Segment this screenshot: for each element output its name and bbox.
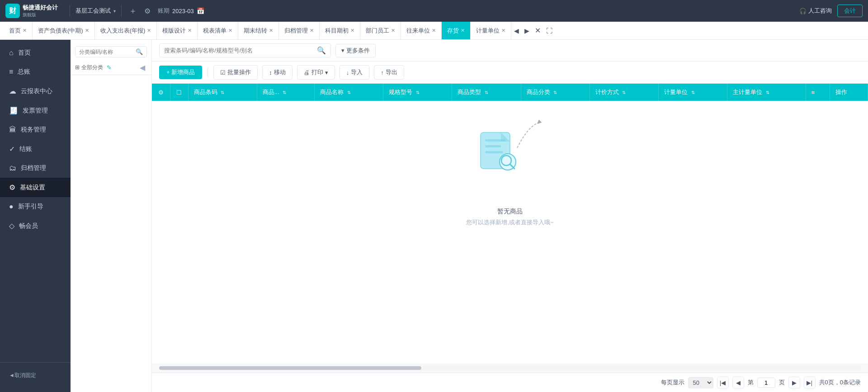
th-unit[interactable]: 计量单位 ⇅ xyxy=(658,84,727,101)
company-selector[interactable]: 基层工会测试 ▾ xyxy=(75,7,116,15)
move-button[interactable]: ↕ 移动 xyxy=(262,65,292,80)
th-settings[interactable]: ⚙ xyxy=(152,84,170,101)
batch-operation-button[interactable]: ☑ 批量操作 xyxy=(213,65,258,80)
th-more[interactable]: ≡ xyxy=(806,84,830,101)
close-tab-icon[interactable]: ✕ xyxy=(350,28,354,33)
filter-button[interactable]: ▾ 更多条件 xyxy=(335,44,376,57)
add-product-button[interactable]: + 新增商品 xyxy=(159,66,202,79)
edit-icon[interactable]: ✎ xyxy=(107,64,112,71)
product-search-input[interactable] xyxy=(164,47,314,54)
headset-icon: 🎧 xyxy=(799,8,807,14)
th-code[interactable]: 商品... ⇅ xyxy=(257,84,314,101)
tab-label: 归档管理 xyxy=(284,27,308,35)
sidebar-item-reports[interactable]: ☁ 云报表中心 xyxy=(0,81,71,101)
tab-income[interactable]: 收入支出表(年报) ✕ xyxy=(95,22,157,40)
sidebar-item-archive[interactable]: 🗂 归档管理 xyxy=(0,159,71,178)
service-button[interactable]: 🎧 人工咨询 xyxy=(799,7,832,15)
tab-clients[interactable]: 往来单位 ✕ xyxy=(401,22,442,40)
sidebar-item-label: 畅会员 xyxy=(19,222,38,230)
sort-icon: ⇅ xyxy=(485,90,488,95)
filter-icon: ▾ xyxy=(341,47,344,54)
th-name[interactable]: 商品名称 ⇅ xyxy=(314,84,383,101)
sort-icon: ⇅ xyxy=(766,90,769,95)
horizontal-scrollbar[interactable] xyxy=(159,365,861,371)
tab-dept-staff[interactable]: 部门员工 ✕ xyxy=(360,22,401,40)
sidebar-item-tax[interactable]: 🏛 税务管理 xyxy=(0,120,71,139)
th-spec[interactable]: 规格型号 ⇅ xyxy=(383,84,452,101)
all-categories-label[interactable]: 全部分类 xyxy=(81,64,103,71)
empty-subtitle: 您可以选择新增,或者直接导入哦~ xyxy=(466,218,553,227)
close-tab-icon[interactable]: ✕ xyxy=(310,28,314,33)
prev-page-button[interactable]: ◀ xyxy=(732,377,744,388)
tab-scroll-left-icon[interactable]: ◀ xyxy=(511,25,522,36)
tab-period-close[interactable]: 期末结转 ✕ xyxy=(238,22,279,40)
export-button[interactable]: ↑ 导出 xyxy=(374,65,404,80)
tab-subject-init[interactable]: 科目期初 ✕ xyxy=(320,22,360,40)
account-button[interactable]: 会计 xyxy=(837,5,863,17)
close-tab-icon[interactable]: ✕ xyxy=(269,28,273,33)
th-barcode[interactable]: 商品条码 ⇅ xyxy=(188,84,257,101)
th-checkbox[interactable]: ☐ xyxy=(170,84,188,101)
svg-rect-3 xyxy=(485,145,501,147)
tab-assets[interactable]: 资产负债表(中期) ✕ xyxy=(33,22,95,40)
product-table: ⚙ ☐ 商品条码 ⇅ 商品... ⇅ xyxy=(152,84,868,101)
pagination-bar: 每页显示 50 100 200 |◀ ◀ 第 页 ▶ ▶| 共0页，0条记录 xyxy=(152,373,868,392)
th-price-method[interactable]: 计价方式 ⇅ xyxy=(590,84,658,101)
next-page-button[interactable]: ▶ xyxy=(788,377,800,388)
print-button[interactable]: 🖨 打印 ▾ xyxy=(297,65,335,80)
tab-label: 资产负债表(中期) xyxy=(38,27,83,35)
main-panel: 🔍 ▾ 更多条件 + 新增商品 ☑ 批量操作 xyxy=(152,40,868,392)
close-tab-icon[interactable]: ✕ xyxy=(228,28,232,33)
th-category[interactable]: 商品分类 ⇅ xyxy=(521,84,590,101)
tab-archive[interactable]: 归档管理 ✕ xyxy=(279,22,320,40)
sidebar-item-close[interactable]: ✓ 结账 xyxy=(0,139,71,159)
page-number-input[interactable] xyxy=(757,378,775,388)
collapse-panel-button[interactable]: ◀ xyxy=(138,63,147,72)
scrollbar-thumb[interactable] xyxy=(159,366,421,370)
close-tab-icon[interactable]: ✕ xyxy=(432,28,436,33)
per-page-select[interactable]: 50 100 200 xyxy=(688,377,713,388)
sidebar-item-guide[interactable]: ● 新手引导 xyxy=(0,197,71,216)
tab-template[interactable]: 模版设计 ✕ xyxy=(157,22,198,40)
calendar-icon[interactable]: 📅 xyxy=(197,7,204,14)
sidebar-item-label: 税务管理 xyxy=(21,126,46,134)
first-page-button[interactable]: |◀ xyxy=(717,377,729,388)
tab-tax[interactable]: 税表清单 ✕ xyxy=(198,22,238,40)
close-all-tabs-icon[interactable]: ✕ xyxy=(532,24,543,37)
tab-home[interactable]: 首页 ✕ xyxy=(4,22,33,40)
guide-icon: ● xyxy=(9,203,14,211)
sidebar-item-member[interactable]: ◇ 畅会员 xyxy=(0,216,71,236)
sidebar-item-home[interactable]: ⌂ 首页 xyxy=(0,43,71,62)
th-action: 操作 xyxy=(830,84,868,101)
tab-inventory[interactable]: 存货 ✕ xyxy=(442,22,471,40)
expand-icon[interactable]: ⛶ xyxy=(543,25,555,36)
close-tab-icon[interactable]: ✕ xyxy=(461,28,465,33)
unpin-button[interactable]: ◄取消固定 xyxy=(0,368,71,383)
close-tab-icon[interactable]: ✕ xyxy=(391,28,395,33)
th-type[interactable]: 商品类型 ⇅ xyxy=(452,84,521,101)
print-label: 打印 xyxy=(311,68,323,76)
close-tab-icon[interactable]: ✕ xyxy=(23,28,27,33)
close-tab-icon[interactable]: ✕ xyxy=(147,28,151,33)
sort-icon: ⇅ xyxy=(283,90,286,95)
th-main-unit[interactable]: 主计量单位 ⇅ xyxy=(727,84,806,101)
move-icon: ↕ xyxy=(269,69,272,76)
sidebar-item-label: 云报表中心 xyxy=(21,87,52,95)
close-tab-icon[interactable]: ✕ xyxy=(85,28,89,33)
sidebar-item-invoice[interactable]: 🧾 发票管理 xyxy=(0,101,71,120)
last-page-button[interactable]: ▶| xyxy=(804,377,816,388)
tab-scroll-right-icon[interactable]: ▶ xyxy=(522,25,532,36)
settings-icon[interactable]: ⚙ xyxy=(142,5,152,17)
close-tab-icon[interactable]: ✕ xyxy=(501,28,505,33)
period-label: 账期 xyxy=(158,7,170,15)
import-button[interactable]: ↓ 导入 xyxy=(340,65,370,80)
search-icon[interactable]: 🔍 xyxy=(317,46,326,55)
search-icon[interactable]: 🔍 xyxy=(136,48,143,55)
sidebar-item-settings[interactable]: ⚙ 基础设置 xyxy=(0,178,71,197)
action-sep-1 xyxy=(208,68,208,77)
add-tab-button[interactable]: ＋ xyxy=(127,4,139,18)
tab-unit[interactable]: 计量单位 ✕ xyxy=(471,22,511,40)
close-tab-icon[interactable]: ✕ xyxy=(188,28,192,33)
sidebar-item-ledger[interactable]: ≡ 总账 xyxy=(0,62,71,81)
category-search-input[interactable] xyxy=(79,49,133,55)
